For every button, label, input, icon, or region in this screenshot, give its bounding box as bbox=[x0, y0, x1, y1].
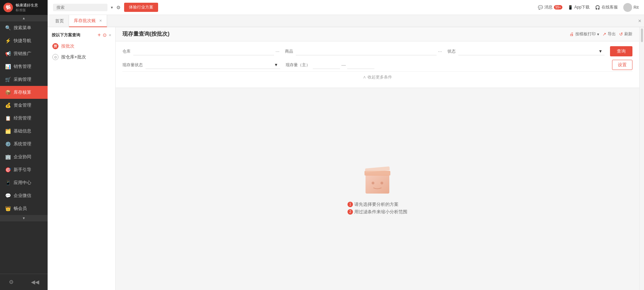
sidebar-logo: 畅 bbox=[3, 3, 13, 12]
schema-item-by-batch[interactable]: 按 按批次 bbox=[48, 41, 115, 52]
left-panel: 按以下方案查询 + ⊙ « 按 按批次 ⊙ 按仓库+批次 bbox=[48, 27, 116, 290]
empty-svg bbox=[357, 162, 398, 196]
refresh-button[interactable]: ↺ 刷新 bbox=[619, 31, 632, 37]
add-schema-button[interactable]: + bbox=[98, 32, 101, 38]
topbar-gear-icon[interactable]: ⚙ bbox=[116, 5, 121, 10]
stock-status-label: 现存量状态 bbox=[122, 62, 143, 68]
sidebar-item-system[interactable]: ⚙️ 系统管理 bbox=[0, 138, 48, 150]
sidebar-item-guide[interactable]: 🎯 新手引导 bbox=[0, 163, 48, 176]
stock-qty-label: 现存量（主） bbox=[286, 62, 310, 68]
finance-icon: 💰 bbox=[5, 103, 11, 108]
export-button[interactable]: ↗ 导出 bbox=[603, 31, 616, 37]
collapse-filters-button[interactable]: ∧ 收起更多条件 bbox=[122, 71, 632, 83]
stock-qty-filter: 现存量（主） — bbox=[286, 61, 443, 69]
sidebar-item-basic[interactable]: 🗂️ 基础信息 bbox=[0, 125, 48, 138]
search-input[interactable] bbox=[53, 4, 107, 11]
guide-icon: 🎯 bbox=[5, 167, 11, 173]
status-select[interactable]: ▼ bbox=[458, 48, 605, 55]
print-button[interactable]: 🖨 按模板打印 ▾ bbox=[570, 31, 599, 37]
sidebar-item-enterprise[interactable]: 🏢 企业协同 bbox=[0, 150, 48, 163]
collapse-left-panel-button[interactable]: « bbox=[109, 33, 111, 37]
empty-illustration bbox=[357, 162, 398, 196]
basic-icon: 🗂️ bbox=[5, 128, 11, 134]
system-icon: ⚙️ bbox=[5, 141, 11, 147]
query-button[interactable]: 查询 bbox=[610, 46, 632, 56]
sidebar-item-sales[interactable]: 📊 销售管理 bbox=[0, 60, 48, 73]
tab-home[interactable]: 首页 bbox=[50, 15, 69, 27]
sales-icon: 📊 bbox=[5, 64, 11, 69]
sidebar-item-operations[interactable]: 📋 经营管理 bbox=[0, 112, 48, 125]
print-icon: 🖨 bbox=[570, 32, 574, 37]
scrollbar-thumb[interactable] bbox=[641, 29, 643, 42]
topbar-left: ▾ ⚙ 体验行业方案 bbox=[53, 3, 158, 12]
svg-point-4 bbox=[380, 182, 383, 184]
print-dropdown-icon[interactable]: ▾ bbox=[597, 32, 599, 37]
operations-icon: 📋 bbox=[5, 115, 11, 121]
stock-qty-from-input[interactable] bbox=[313, 61, 340, 69]
warehouse-more-button[interactable]: ··· bbox=[275, 49, 279, 54]
page-title: 现存量查询(按批次) bbox=[122, 31, 170, 38]
tabs-bar: 首页 库存批次账 × × bbox=[48, 15, 644, 27]
warehouse-input[interactable] bbox=[133, 48, 274, 55]
status-dropdown-icon: ▼ bbox=[598, 49, 603, 54]
search-dropdown-icon[interactable]: ▾ bbox=[111, 5, 113, 10]
schema-item-by-warehouse-batch[interactable]: ⊙ 按仓库+批次 bbox=[48, 52, 115, 62]
app-download-button[interactable]: 📱 App下载 bbox=[568, 4, 590, 10]
app-download-icon: 📱 bbox=[568, 5, 573, 10]
sidebar-item-finance[interactable]: 💰 资金管理 bbox=[0, 99, 48, 112]
stock-qty-to-input[interactable] bbox=[347, 61, 374, 69]
search-icon: 🔍 bbox=[5, 25, 11, 31]
sidebar-scroll-up[interactable]: ▲ bbox=[0, 15, 48, 21]
wechat-icon: 💬 bbox=[5, 193, 11, 198]
settings-bottom-icon[interactable]: ⚙ bbox=[7, 277, 16, 287]
left-panel-title: 按以下方案查询 bbox=[52, 32, 80, 38]
sidebar-header: 畅 畅康通好生意 标准版 bbox=[0, 0, 48, 15]
status-label: 状态 bbox=[447, 49, 456, 54]
product-more-button[interactable]: ··· bbox=[438, 49, 442, 54]
sidebar-item-member[interactable]: 👑 畅会员 bbox=[0, 202, 48, 215]
purchase-icon: 🛒 bbox=[5, 77, 11, 82]
topbar: ▾ ⚙ 体验行业方案 💬 消息 99+ 📱 App下载 🎧 在线客服 Rit bbox=[48, 0, 644, 15]
avatar bbox=[623, 3, 632, 12]
right-scrollbar bbox=[639, 27, 644, 290]
svg-rect-0 bbox=[366, 175, 389, 194]
sidebar-item-quick-nav[interactable]: ⚡ 快捷导航 bbox=[0, 34, 48, 47]
right-content: 现存量查询(按批次) 🖨 按模板打印 ▾ ↗ 导出 ↺ 刷新 bbox=[116, 27, 639, 290]
product-label: 商品 bbox=[285, 49, 293, 54]
sidebar-item-marketing[interactable]: 📢 营销推广 bbox=[0, 47, 48, 60]
settings-button[interactable]: 设置 bbox=[612, 60, 632, 70]
schema-inactive-icon: ⊙ bbox=[52, 54, 58, 60]
enterprise-icon: 🏢 bbox=[5, 154, 11, 160]
marketing-icon: 📢 bbox=[5, 51, 11, 56]
user-menu[interactable]: Rit bbox=[623, 3, 639, 12]
support-icon: 🎧 bbox=[595, 5, 600, 10]
sidebar-brand: 畅康通好生意 标准版 bbox=[16, 3, 38, 12]
export-icon: ↗ bbox=[603, 32, 606, 37]
sidebar-scroll-down[interactable]: ▼ bbox=[0, 215, 48, 221]
message-button[interactable]: 💬 消息 99+ bbox=[538, 4, 562, 10]
inventory-icon: 📦 bbox=[5, 90, 11, 95]
sidebar-item-inventory[interactable]: 📦 库存核算 bbox=[0, 86, 48, 99]
sidebar-item-purchase[interactable]: 🛒 采购管理 bbox=[0, 73, 48, 86]
product-filter: 商品 ··· bbox=[285, 48, 442, 55]
stock-status-select[interactable]: ▼ bbox=[146, 61, 280, 69]
message-badge: 99+ bbox=[554, 5, 562, 10]
close-all-tabs-button[interactable]: × bbox=[638, 18, 641, 24]
refresh-icon: ↺ bbox=[619, 32, 623, 37]
product-input[interactable] bbox=[296, 48, 437, 55]
trial-button[interactable]: 体验行业方案 bbox=[124, 3, 158, 12]
main-area: ▾ ⚙ 体验行业方案 💬 消息 99+ 📱 App下载 🎧 在线客服 Rit bbox=[48, 0, 644, 290]
schema-settings-button[interactable]: ⊙ bbox=[103, 32, 107, 38]
collapse-sidebar-icon[interactable]: ◀◀ bbox=[29, 277, 41, 287]
schema-active-icon: 按 bbox=[52, 43, 58, 49]
svg-point-3 bbox=[372, 182, 374, 184]
page-actions: 🖨 按模板打印 ▾ ↗ 导出 ↺ 刷新 bbox=[570, 31, 632, 37]
sidebar-item-wechat[interactable]: 💬 企业微信 bbox=[0, 189, 48, 202]
tab-inventory-batch[interactable]: 库存批次账 × bbox=[69, 15, 107, 27]
empty-state: 1 请先选择要分析的方案 2 用过滤条件来缩小分析范围 bbox=[116, 88, 639, 290]
sidebar-item-search[interactable]: 🔍 搜索菜单 bbox=[0, 21, 48, 34]
sidebar-item-app-center[interactable]: 📱 应用中心 bbox=[0, 176, 48, 189]
tab-close-button[interactable]: × bbox=[99, 18, 102, 23]
online-support-button[interactable]: 🎧 在线客服 bbox=[595, 4, 618, 10]
left-panel-header: 按以下方案查询 + ⊙ « bbox=[48, 31, 115, 41]
